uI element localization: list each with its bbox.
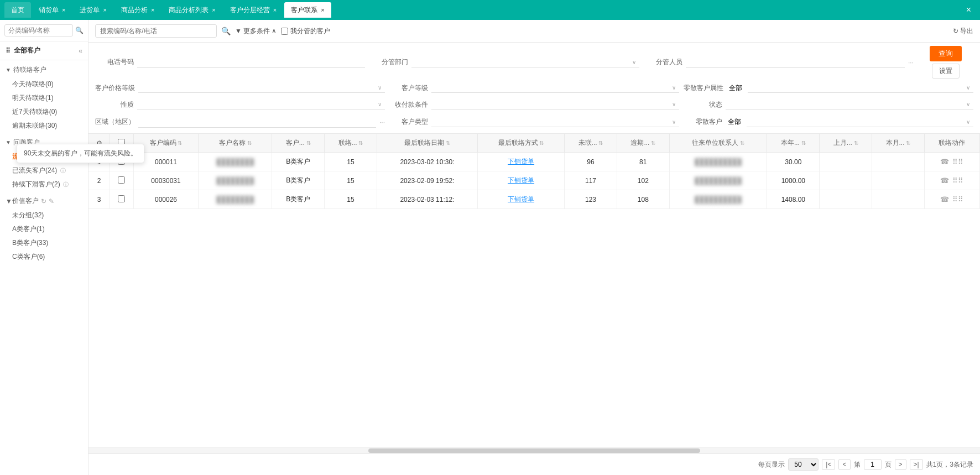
filter-retail-customer-select[interactable]: ∨: [747, 117, 973, 127]
first-page-button[interactable]: |<: [822, 459, 835, 470]
col-header-last-month[interactable]: 上月...: [820, 134, 872, 153]
col-header-customer-type[interactable]: 客户...: [272, 134, 325, 153]
row-checkbox[interactable]: [110, 190, 134, 209]
sidebar-search-input[interactable]: [4, 24, 73, 36]
row-contact-count: 15: [325, 171, 377, 190]
tab-sale-close[interactable]: ×: [62, 7, 65, 13]
main-layout: 🔍 ⠿ 全部客户 « ▼ 待联络客户 今天待联络(0) 明天待联络(1) 近7天…: [0, 20, 980, 475]
export-button[interactable]: ↻ 导出: [953, 27, 973, 36]
page-unit: 页: [885, 460, 892, 469]
tab-customer-contact-close[interactable]: ×: [321, 7, 324, 13]
filter-manager-input[interactable]: [686, 56, 905, 68]
filter-price-level-field: 客户价格等级 ∨: [95, 81, 385, 95]
chevron-down-icon7: ∨: [966, 101, 970, 107]
filter-gender-label: 性质: [95, 100, 134, 109]
col-header-name[interactable]: 客户名称: [199, 134, 272, 153]
sidebar-item-tomorrow[interactable]: 明天待联络(1): [0, 91, 88, 105]
sidebar-item-ungrouped[interactable]: 未分组(32): [0, 208, 88, 222]
row-contact-person: ██████████: [669, 171, 767, 190]
filter-price-level-select[interactable]: ∨: [138, 83, 385, 93]
filter-customer-type-field: 客户类型 ∨: [389, 115, 679, 129]
filter-retail-customer-label: 零散客户: [684, 117, 722, 127]
tab-customer-layer[interactable]: 客户分层经营 ×: [223, 2, 283, 18]
page-input[interactable]: [864, 459, 882, 470]
last-page-button[interactable]: >|: [910, 459, 923, 470]
filter-region-dots[interactable]: ···: [379, 118, 385, 126]
col-header-overdue[interactable]: 逾期...: [617, 134, 669, 153]
filter-manager-dots[interactable]: ···: [908, 59, 914, 66]
filter-retail-attr-select[interactable]: ∨: [748, 83, 973, 93]
filter-search-button[interactable]: 🔍: [221, 27, 231, 35]
col-header-contact-person[interactable]: 往来单位联系人: [669, 134, 767, 153]
tab-customer-contact[interactable]: 客户联系 ×: [284, 2, 331, 18]
sidebar-item-a-class[interactable]: A类客户(1): [0, 222, 88, 236]
edit-icon[interactable]: ✎: [49, 197, 54, 205]
col-header-days-no-contact[interactable]: 未联...: [565, 134, 617, 153]
horizontal-scrollbar[interactable]: [88, 447, 980, 453]
sidebar-all-customers[interactable]: ⠿ 全部客户 «: [0, 41, 88, 60]
filter-gender-select[interactable]: ∨: [137, 100, 385, 109]
tab-purchase[interactable]: 进货单 ×: [73, 2, 113, 18]
col-header-contact-count[interactable]: 联络...: [325, 134, 377, 153]
filter-retail-customer-field: 零散客户 全部 ∨: [684, 115, 973, 129]
filter-customer-type-label: 客户类型: [389, 117, 428, 127]
col-header-this-year[interactable]: 本年...: [767, 134, 820, 153]
sidebar-item-churned[interactable]: 已流失客户(24) ⓘ: [0, 164, 88, 178]
filter-phone-input[interactable]: [137, 56, 365, 68]
filter-status-select[interactable]: ∨: [726, 100, 973, 109]
tab-home[interactable]: 首页: [4, 2, 31, 18]
filter-dept-select[interactable]: ∨: [411, 58, 639, 67]
sidebar-item-b-class[interactable]: B类客户(33): [0, 236, 88, 250]
sidebar-item-overdue[interactable]: 逾期未联络(30): [0, 119, 88, 133]
group-value-title[interactable]: ▼ 价值客户 ↻ ✎: [0, 194, 88, 208]
sidebar-item-c-class[interactable]: C类客户(6): [0, 250, 88, 264]
filter-dept-field: 分管部门 ∨: [369, 55, 639, 70]
tab-purchase-close[interactable]: ×: [103, 7, 106, 13]
sidebar-item-7days[interactable]: 近7天待联络(0): [0, 105, 88, 119]
filter-region-input[interactable]: [138, 116, 376, 128]
scroll-thumb: [368, 448, 700, 453]
filter-retail-attr-label: 零散客户属性: [684, 83, 723, 93]
settings-button[interactable]: 设置: [932, 64, 960, 79]
row-name: ████████: [199, 153, 272, 171]
row-this-month: [872, 190, 925, 209]
query-button[interactable]: 查询: [930, 46, 962, 61]
row-days-no-contact: 123: [565, 190, 617, 209]
col-header-this-month[interactable]: 本月...: [872, 134, 925, 153]
sidebar-search-icon[interactable]: 🔍: [75, 27, 84, 34]
filter-payment-select[interactable]: ∨: [431, 100, 679, 109]
row-name: ████████: [199, 190, 272, 209]
refresh-icon[interactable]: ↻: [41, 197, 46, 205]
tab-sale[interactable]: 销货单 ×: [32, 2, 72, 18]
tab-goods-list[interactable]: 商品分析列表 ×: [162, 2, 222, 18]
advanced-filter-panel: 电话号码 分管部门 ∨ 分管人员 ··· 查询 设置: [88, 43, 980, 134]
sidebar-item-declining[interactable]: 持续下滑客户(2) ⓘ: [0, 178, 88, 191]
my-customers-checkbox[interactable]: [281, 28, 288, 35]
tab-goods-analysis-close[interactable]: ×: [151, 7, 154, 13]
close-all-tabs[interactable]: ×: [962, 5, 976, 15]
group-pending-contact-title[interactable]: ▼ 待联络客户: [0, 62, 88, 77]
filter-more-button[interactable]: ▼ 更多条件 ∧: [235, 27, 277, 36]
my-customers-checkbox-label[interactable]: 我分管的客户: [281, 27, 330, 36]
row-overdue-days: 108: [617, 190, 669, 209]
filter-search-input[interactable]: [95, 24, 217, 38]
prev-page-button[interactable]: <: [838, 459, 850, 470]
next-page-button[interactable]: >: [895, 459, 906, 470]
triangle-icon2: ▼: [6, 139, 11, 145]
tab-goods-analysis[interactable]: 商品分析 ×: [114, 2, 161, 18]
row-last-contact-method: 下销货单: [478, 171, 565, 190]
tab-customer-layer-close[interactable]: ×: [273, 7, 277, 13]
col-header-last-contact-date[interactable]: 最后联络日期: [377, 134, 477, 153]
filter-payment-label: 收付款条件: [389, 100, 428, 109]
row-checkbox[interactable]: [110, 171, 134, 190]
row-last-month: [820, 171, 872, 190]
filter-gender-field: 性质 ∨: [95, 97, 385, 112]
filter-customer-level-select[interactable]: ∨: [431, 83, 679, 93]
col-header-last-contact-method[interactable]: 最后联络方式: [478, 134, 565, 153]
chevron-down-icon3: ∨: [672, 85, 676, 91]
per-page-select[interactable]: 50 20 100: [788, 458, 819, 471]
sidebar-item-today[interactable]: 今天待联络(0): [0, 77, 88, 91]
tab-goods-list-close[interactable]: ×: [212, 7, 215, 13]
filter-customer-type-select[interactable]: ∨: [431, 117, 679, 127]
export-icon: ↻: [953, 27, 958, 35]
